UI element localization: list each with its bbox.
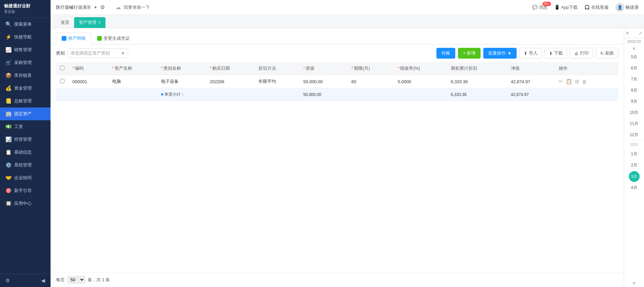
- cell-purchase-date: 202206: [206, 75, 254, 88]
- table-row: 000001 电脑 电子设备 202206 年限平均 50,000.00 60 …: [56, 75, 618, 88]
- calendar-month-11[interactable]: 11月: [625, 119, 643, 129]
- cell-accumulated: 6,333.36: [447, 75, 507, 88]
- tab-close-icon[interactable]: ×: [98, 21, 101, 25]
- messages-button[interactable]: 💬 消息 99+: [532, 4, 548, 10]
- calendar-year-prev: 2023.03: [624, 38, 644, 44]
- header-net-value: 净值: [507, 62, 555, 75]
- new-button[interactable]: + 新增: [458, 48, 481, 59]
- tab-asset-management[interactable]: 资产管理 ×: [74, 17, 105, 28]
- calendar-month-mar[interactable]: 3月: [629, 171, 640, 182]
- print-button[interactable]: 🖨 打印: [570, 48, 593, 59]
- sidebar-item-basic-info[interactable]: 📋 基础信息: [0, 146, 51, 159]
- sub-tab-asset-detail-label: 资产明细: [68, 35, 86, 41]
- settings-bottom-icon[interactable]: ⚙: [5, 278, 10, 284]
- calendar-month-9[interactable]: 9月: [625, 96, 643, 107]
- subtotal-net-value: 42,874.97: [507, 88, 555, 101]
- topbar: 医疗器械行业演示 ▼ ⚙ ☁ 我要体验一下 💬 消息 99+ 📱 App下载 🎧…: [51, 0, 644, 15]
- panel-expand-icon[interactable]: ⤢: [639, 30, 643, 36]
- edit-icon[interactable]: ✏: [559, 78, 563, 85]
- subtotal-empty1: [56, 88, 68, 101]
- page-content: 资产明细 变更生成凭证 类别 请选择固定资产类别 ▼: [51, 28, 624, 287]
- filter-label: 类别: [56, 50, 65, 56]
- calendar-month-8[interactable]: 8月: [625, 85, 643, 96]
- app-download-button[interactable]: 📱 App下载: [554, 4, 578, 10]
- sidebar-item-funds[interactable]: 💰 资金管理: [0, 82, 51, 95]
- per-page-select[interactable]: 10 20 50 100: [67, 276, 85, 284]
- experience-label[interactable]: 我要体验一下: [124, 4, 150, 10]
- calendar-month-5[interactable]: 5月: [625, 52, 643, 62]
- operations-icon: 📊: [5, 136, 11, 142]
- filter-placeholder: 请选择固定资产类别: [70, 50, 110, 56]
- cell-category: 电子设备: [157, 75, 206, 88]
- sidebar-item-system[interactable]: ⚙️ 系统管理: [0, 159, 51, 171]
- calendar-month-apr[interactable]: 4月: [625, 183, 643, 193]
- calendar-nav-up: ▲: [624, 44, 644, 52]
- tab-home[interactable]: 首页: [56, 17, 74, 28]
- sidebar-item-app-center[interactable]: 🔲 应用中心: [0, 197, 51, 210]
- calendar-month-6[interactable]: 6月: [625, 63, 643, 73]
- company-name: 医疗器械行业演示: [56, 4, 91, 10]
- sidebar-item-fixed-assets[interactable]: 🏢 固定资产: [0, 107, 51, 120]
- sidebar-item-sales[interactable]: 📈 销售管理: [0, 43, 51, 56]
- sidebar-item-label: 快捷导航: [14, 34, 32, 40]
- sidebar-item-purchase[interactable]: 🛒 采购管理: [0, 56, 51, 69]
- delete-icon[interactable]: 🗑: [582, 79, 587, 85]
- row-checkbox[interactable]: [60, 79, 64, 83]
- nav-down-icon[interactable]: ▼: [632, 281, 637, 286]
- batch-button[interactable]: 批量操作 ▼: [483, 48, 517, 59]
- service-icon: 🎧: [584, 5, 590, 10]
- calendar-month-jan[interactable]: 1月: [625, 149, 643, 159]
- batch-dropdown-icon: ▼: [507, 51, 512, 56]
- cell-action: ✏ 📋 ⊞ 🗑: [555, 75, 618, 88]
- sub-tab-asset-detail[interactable]: 资产明细: [56, 32, 91, 44]
- guide-icon: 🎯: [5, 188, 11, 194]
- per-page-label: 每页: [56, 277, 65, 283]
- calendar-nav-down: ▼: [624, 280, 644, 287]
- sidebar-item-label: 搜索菜单: [14, 21, 32, 27]
- sidebar-item-ledger[interactable]: 📒 总账管理: [0, 95, 51, 107]
- topbar-left: 医疗器械行业演示 ▼ ⚙ ☁ 我要体验一下: [56, 4, 150, 10]
- sidebar-item-quicknav[interactable]: ⚡ 快捷导航: [0, 31, 51, 43]
- calendar-month-10[interactable]: 10月: [625, 107, 643, 118]
- header-purchase-date: *购买日期: [206, 62, 254, 75]
- header-depreciation: 折旧方法: [254, 62, 299, 75]
- sidebar-item-inventory[interactable]: 📦 库存核算: [0, 69, 51, 82]
- import-button[interactable]: ⬆ 导入: [519, 48, 542, 59]
- sidebar-item-guide[interactable]: 🎯 新手引导: [0, 184, 51, 197]
- sidebar-item-operations[interactable]: 📊 经营管理: [0, 133, 51, 146]
- cell-residual-rate: 5.0000: [394, 75, 447, 88]
- topbar-settings-icon[interactable]: ⚙: [100, 4, 105, 10]
- copy-icon[interactable]: 📋: [566, 78, 572, 85]
- refresh-label: 刷新: [605, 50, 614, 56]
- download-button[interactable]: ⬇ 下载: [545, 48, 567, 59]
- user-profile[interactable]: 👤 畅捷通: [615, 3, 639, 12]
- prev-year-section: 2023: [624, 140, 644, 149]
- calendar-month-7[interactable]: 7月: [625, 74, 643, 85]
- cell-net-value: 42,874.97: [507, 75, 555, 88]
- batch-label: 批量操作: [488, 50, 506, 56]
- calendar-month-12[interactable]: 12月: [625, 130, 643, 140]
- tab-asset-label: 资产管理: [79, 20, 96, 26]
- sidebar-item-label: 工资: [14, 124, 23, 130]
- category-filter[interactable]: 请选择固定资产类别 ▼: [67, 49, 128, 58]
- collapse-icon[interactable]: ◀: [41, 278, 45, 284]
- select-all-checkbox[interactable]: [60, 66, 64, 70]
- company-dropdown-icon[interactable]: ▼: [94, 5, 97, 9]
- nav-up-icon[interactable]: ▲: [632, 45, 637, 50]
- basic-info-icon: 📋: [5, 149, 11, 155]
- more-icon[interactable]: ⊞: [575, 78, 579, 85]
- panel-close-icon[interactable]: ✕: [625, 30, 630, 36]
- sidebar-item-label: 库存核算: [14, 72, 32, 78]
- sidebar-item-search[interactable]: 🔍 搜索菜单: [0, 18, 51, 31]
- sub-tab-voucher[interactable]: 变更生成凭证: [91, 32, 135, 44]
- sidebar-item-payroll[interactable]: 💵 工资: [0, 120, 51, 133]
- online-service-button[interactable]: 🎧 在线客服: [584, 4, 609, 10]
- cell-name: 电脑: [108, 75, 157, 88]
- sidebar-item-enterprise[interactable]: 🤝 企业协同: [0, 171, 51, 184]
- calendar-months: 5月 6月 7月 8月 9月 10月 11月 12月 2023 1月 2月 3月…: [624, 52, 644, 280]
- reconcile-button[interactable]: 对账: [436, 48, 455, 59]
- cell-period: 60: [347, 75, 394, 88]
- refresh-button[interactable]: ↻ 刷新: [596, 48, 618, 59]
- calendar-month-feb[interactable]: 2月: [625, 160, 643, 170]
- filter-dropdown-icon: ▼: [121, 51, 125, 56]
